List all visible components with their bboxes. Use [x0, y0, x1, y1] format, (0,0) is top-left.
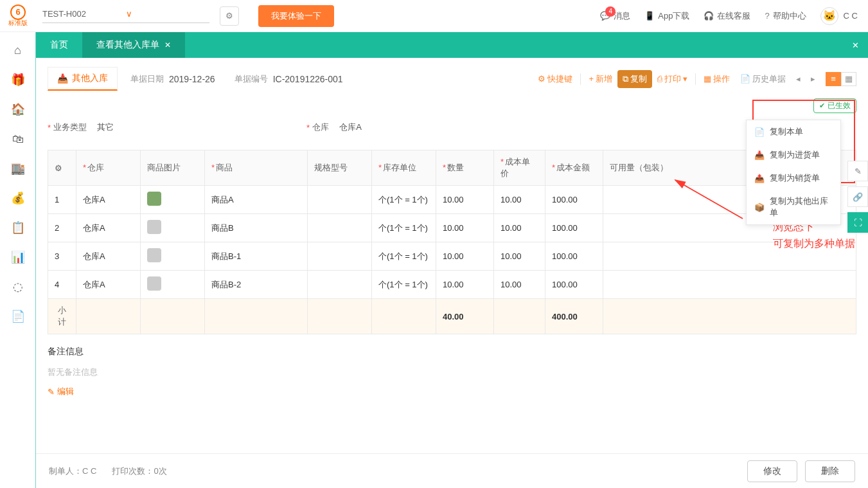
footer-print-count: 打印次数：0次	[112, 465, 166, 477]
rail-expand-icon[interactable]: ⛶	[847, 212, 868, 233]
view-list-icon[interactable]: ≡	[826, 72, 841, 86]
tabs-close-all[interactable]: ✕	[842, 32, 868, 58]
user-menu[interactable]: 🐱 C C	[820, 7, 858, 25]
dd-copy-out[interactable]: 📦复制为其他出库单	[747, 190, 840, 224]
row-qty: 10.00	[436, 186, 494, 214]
new-button[interactable]: +新增	[583, 70, 617, 88]
headset-icon: 🎧	[704, 11, 714, 21]
nav-warehouse-icon[interactable]: 🏬	[8, 158, 28, 179]
view-grid-icon[interactable]: ▦	[841, 72, 856, 86]
org-select[interactable]: TEST-H002 ∨	[42, 9, 209, 23]
row-cost-price: 10.00	[494, 214, 545, 242]
row-cost-price: 10.00	[494, 271, 545, 299]
nav-gift-icon[interactable]: 🎁	[8, 69, 28, 90]
remarks-empty: 暂无备注信息	[48, 366, 856, 378]
row-warehouse: 仓库A	[76, 214, 141, 242]
status-badge: 已生效	[813, 98, 856, 113]
nav-house-icon[interactable]: 🏠	[8, 99, 28, 120]
messages-label: 消息	[614, 10, 630, 22]
nav-money-icon[interactable]: 💰	[8, 188, 28, 208]
footer-creator: 制单人：C C	[49, 465, 96, 477]
nav-clipboard-icon[interactable]: 📋	[8, 217, 28, 238]
col-qty: 数量	[447, 163, 464, 172]
support-label: 在线客服	[717, 10, 750, 22]
delete-button[interactable]: 删除	[805, 460, 855, 482]
prev-button[interactable]: ◂	[791, 70, 806, 88]
history-icon: 📄	[740, 74, 750, 84]
warehouse-label: 仓库	[312, 122, 329, 133]
download-label: App下载	[658, 10, 689, 22]
row-spec	[308, 186, 372, 214]
nav-report-icon[interactable]: 📊	[8, 247, 28, 267]
ops-label: 操作	[713, 73, 730, 85]
col-product: 商品	[216, 163, 233, 172]
row-cost-amount: 100.00	[545, 242, 603, 271]
product-thumb	[147, 248, 161, 262]
table-row[interactable]: 1仓库A商品A个(1个 = 1个)10.0010.00100.00	[48, 186, 856, 214]
row-unit: 个(1个 = 1个)	[372, 271, 436, 299]
row-index: 1	[48, 186, 76, 214]
rail-note-icon[interactable]: ✎	[847, 161, 868, 181]
ops-button[interactable]: ▦操作	[698, 70, 735, 88]
col-unit: 库存单位	[383, 163, 416, 172]
copy-dropdown: 📄复制本单 📥复制为进货单 📤复制为销货单 📦复制为其他出库单	[746, 120, 841, 225]
row-available	[603, 271, 856, 299]
rail-link-icon[interactable]: 🔗	[847, 186, 868, 207]
biz-type-value: 其它	[97, 122, 114, 133]
shortcut-button[interactable]: ⚙快捷键	[533, 70, 578, 88]
print-icon: ⎙	[657, 74, 662, 84]
history-button[interactable]: 📄历史单据	[735, 70, 791, 88]
tab-close-icon[interactable]: ✕	[164, 41, 171, 50]
copy-out-icon: 📦	[754, 203, 765, 212]
doc-title: 其他入库	[72, 73, 108, 84]
copy-in-icon: 📥	[754, 150, 765, 160]
toolbar: ⚙快捷键 +新增 ⧉复制 ⎙打印▾ ▦操作 📄历史单据 ◂ ▸ ≡ ▦	[533, 70, 856, 88]
table-row[interactable]: 3仓库A商品B-1个(1个 = 1个)10.0010.00100.00	[48, 242, 856, 271]
shortcut-icon: ⚙	[538, 74, 545, 84]
nav-loop-icon[interactable]: ◌	[8, 276, 28, 297]
try-button[interactable]: 我要体验一下	[258, 5, 334, 27]
dd-copy-self-label: 复制本单	[770, 126, 803, 138]
dd-copy-self[interactable]: 📄复制本单	[747, 120, 840, 143]
support-link[interactable]: 🎧 在线客服	[704, 10, 750, 22]
nav-home-icon[interactable]: ⌂	[8, 40, 28, 60]
print-button[interactable]: ⎙打印▾	[652, 70, 693, 88]
modify-button[interactable]: 修改	[747, 460, 797, 482]
download-link[interactable]: 📱 App下载	[644, 10, 689, 22]
tab-view-doc-label: 查看其他入库单	[96, 39, 159, 51]
product-thumb	[147, 220, 161, 234]
logo[interactable]: 6 标准版	[0, 5, 36, 28]
dd-copy-in-label: 复制为进货单	[770, 149, 820, 161]
row-image	[141, 271, 205, 299]
gear-icon[interactable]: ⚙	[220, 6, 239, 26]
nav-bag-icon[interactable]: 🛍	[8, 129, 28, 149]
tab-view-doc[interactable]: 查看其他入库单 ✕	[82, 32, 185, 58]
dd-copy-out-label: 复制为其他出库单	[770, 195, 833, 219]
tab-home[interactable]: 首页	[36, 32, 82, 58]
doc-tab[interactable]: 📥 其他入库	[48, 67, 118, 91]
chevron-down-icon: ▾	[683, 74, 687, 84]
history-label: 历史单据	[752, 73, 786, 85]
table-row[interactable]: 4仓库A商品B-2个(1个 = 1个)10.0010.00100.00	[48, 271, 856, 299]
print-label: 打印	[664, 73, 681, 85]
items-table: ⚙ *仓库 商品图片 *商品 规格型号 *库存单位 *数量 *成本单价 *成本金…	[48, 150, 856, 334]
row-image	[141, 186, 205, 214]
col-gear[interactable]: ⚙	[48, 150, 76, 186]
remarks-edit[interactable]: 编辑	[48, 386, 74, 397]
table-row[interactable]: 2仓库A商品B个(1个 = 1个)10.0010.00100.00	[48, 214, 856, 242]
dd-copy-in[interactable]: 📥复制为进货单	[747, 143, 840, 167]
dd-copy-sale[interactable]: 📤复制为销货单	[747, 167, 840, 190]
new-label: 新增	[596, 73, 612, 85]
doc-date-value: 2019-12-26	[169, 74, 215, 84]
row-cost-amount: 100.00	[545, 271, 603, 299]
dd-copy-sale-label: 复制为销货单	[770, 172, 820, 184]
nav-new-icon[interactable]: 📄	[8, 306, 28, 327]
messages-link[interactable]: 💬 消息 4	[600, 10, 630, 22]
help-link[interactable]: ? 帮助中心	[765, 10, 806, 22]
product-thumb	[147, 192, 161, 206]
biz-type-label: 业务类型	[53, 122, 87, 133]
copy-button[interactable]: ⧉复制	[617, 70, 652, 88]
next-button[interactable]: ▸	[806, 70, 820, 88]
doc-header: 📥 其他入库 单据日期 2019-12-26 单据编号 IC-20191226-…	[36, 58, 868, 97]
col-cost-amount: 成本金额	[556, 163, 590, 172]
